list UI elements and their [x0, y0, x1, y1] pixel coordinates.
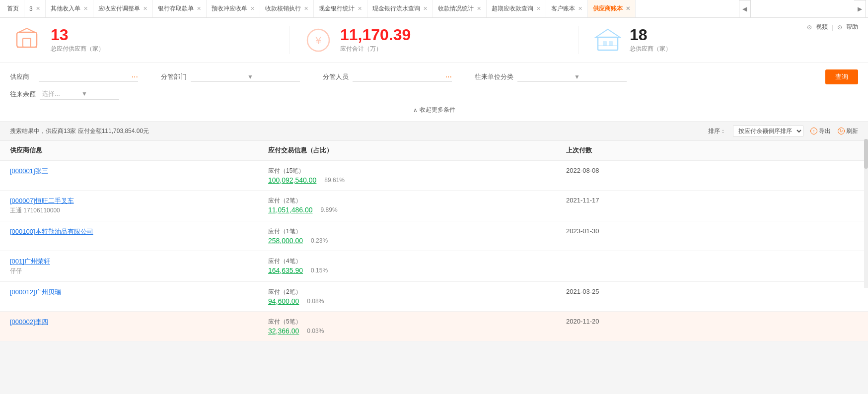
category-dropdown-arrow[interactable]: ▼	[572, 72, 627, 81]
filter-label-category: 往来单位分类	[475, 72, 513, 81]
filter-dept-select[interactable]: ▼	[191, 72, 300, 82]
nav-tab-cash-bank-stat-close[interactable]: ✕	[358, 5, 362, 12]
table-row: [001]广州荣轩 仔仔 应付（4笔） 164,635.90 0.15%	[0, 251, 868, 282]
trade-label: 应付（2笔）	[268, 288, 566, 296]
scrollbar-thumb[interactable]	[864, 139, 868, 169]
help-icon: ⊙	[837, 24, 842, 31]
filter-label-balance: 往来余额	[10, 90, 36, 99]
supplier-link[interactable]: [000007]恒旺二手叉车	[10, 197, 74, 204]
trade-info-cell: 应付（2笔） 11,051,486.00 9.89%	[268, 197, 566, 214]
dept-dropdown-arrow[interactable]: ▼	[245, 72, 300, 81]
nav-tab-payable-adjust[interactable]: 应收应付调整单 ✕	[93, 0, 153, 18]
divider: |	[832, 24, 833, 31]
filter-category-select[interactable]: ▼	[517, 72, 627, 82]
trade-amount-link[interactable]: 258,000.00	[268, 237, 303, 245]
stat-item-payable-suppliers: 13 总应付供应商（家）	[0, 26, 289, 54]
nav-tab-3[interactable]: 3 ✕	[24, 0, 46, 18]
store-icon	[594, 26, 622, 54]
supplier-cell: [000012]广州贝瑞	[10, 288, 268, 297]
balance-dropdown-arrow[interactable]: ▼	[79, 89, 119, 98]
supplier-cell: [000002]李四	[10, 318, 268, 327]
trade-label: 应付（2笔）	[268, 197, 566, 205]
nav-tab-supplier-account-close[interactable]: ✕	[626, 5, 630, 12]
trade-info-cell: 应付（5笔） 32,366.00 0.03%	[268, 318, 566, 335]
nav-next-arrow[interactable]: ▶	[854, 0, 866, 18]
supplier-link[interactable]: [000100]本特勒油品有限公司	[10, 228, 93, 235]
trade-label: 应付（5笔）	[268, 318, 566, 326]
trade-amount-link[interactable]: 100,092,540.00	[268, 176, 316, 184]
filter-balance-select[interactable]: 选择... ▼	[40, 88, 119, 100]
filter-balance-value: 选择...	[40, 88, 79, 99]
nav-tab-bank-deposit[interactable]: 银行存取款单 ✕	[153, 0, 207, 18]
supplier-link[interactable]: [000012]广州贝瑞	[10, 288, 61, 296]
filter-item-dept: 分管部门 ▼	[161, 72, 300, 82]
filter-person-input-wrapper[interactable]: ···	[353, 72, 452, 82]
table-row: [000001]张三 应付（15笔） 100,092,540.00 89.61%…	[0, 161, 868, 191]
nav-tab-other-income-close[interactable]: ✕	[83, 5, 88, 12]
trade-label: 应付（4笔）	[268, 257, 566, 265]
nav-tab-overdue-query[interactable]: 超期应收款查询 ✕	[487, 0, 546, 18]
filter-supplier-input[interactable]	[39, 72, 132, 81]
nav-tab-receipt-verify[interactable]: 收款核销执行 ✕	[260, 0, 314, 18]
filter-item-balance: 往来余额 选择... ▼	[10, 88, 119, 100]
nav-tab-supplier-account[interactable]: 供应商账本 ✕	[588, 0, 636, 18]
supplier-picker-icon[interactable]: ···	[132, 72, 138, 81]
nav-tab-receipt-verify-close[interactable]: ✕	[304, 5, 308, 12]
nav-tab-cash-bank-stat[interactable]: 现金银行统计 ✕	[314, 0, 367, 18]
svg-text:¥: ¥	[315, 34, 322, 47]
nav-tab-prepay-offset-close[interactable]: ✕	[250, 5, 255, 12]
stat-item-payable-total: ¥ 11,170.39 应付合计（万）	[289, 26, 579, 54]
sort-select[interactable]: 按应付余额倒序排序	[733, 126, 803, 136]
nav-tab-cash-bank-flow-close[interactable]: ✕	[423, 5, 428, 12]
nav-tab-payable-adjust-close[interactable]: ✕	[143, 5, 147, 12]
filter-supplier-input-wrapper[interactable]: ···	[39, 72, 138, 82]
trade-amount-link[interactable]: 32,366.00	[268, 327, 299, 335]
nav-tab-supplier-account-label: 供应商账本	[593, 4, 623, 13]
trade-amount-link[interactable]: 11,051,486.00	[268, 206, 313, 214]
last-payment-cell: 2022-08-08	[566, 167, 858, 174]
help-link[interactable]: 帮助	[846, 23, 858, 31]
trade-amount-link[interactable]: 94,600.00	[268, 297, 299, 305]
nav-tab-receipt-stat[interactable]: 收款情况统计 ✕	[433, 0, 487, 18]
nav-tab-customer-account[interactable]: 客户账本 ✕	[546, 0, 588, 18]
nav-tab-overdue-query-label: 超期应收款查询	[492, 4, 533, 13]
nav-tab-receipt-verify-label: 收款核销执行	[265, 4, 301, 13]
sort-label: 排序：	[708, 127, 726, 135]
trade-percent: 89.61%	[324, 177, 345, 184]
refresh-action[interactable]: ↻ 刷新	[838, 127, 858, 135]
trade-info-cell: 应付（1笔） 258,000.00 0.23%	[268, 227, 566, 245]
query-button[interactable]: 查询	[825, 69, 858, 84]
trade-label: 应付（1笔）	[268, 227, 566, 236]
supplier-link[interactable]: [000002]李四	[10, 318, 48, 326]
nav-tab-bank-deposit-label: 银行存取款单	[158, 4, 194, 13]
col-header-last-payment: 上次付数	[566, 146, 858, 155]
supplier-link[interactable]: [001]广州荣轩	[10, 258, 50, 265]
video-link[interactable]: 视频	[816, 23, 828, 31]
filter-person-input[interactable]	[353, 72, 445, 81]
stat-info-total-suppliers: 18 总供应商（家）	[630, 27, 671, 53]
svg-rect-10	[598, 45, 618, 46]
trade-info-cell: 应付（2笔） 94,600.00 0.08%	[268, 288, 566, 305]
stat-number-payable-suppliers: 13	[51, 27, 104, 43]
nav-tab-home[interactable]: 首页	[2, 0, 24, 18]
stat-info-payable-total: 11,170.39 应付合计（万）	[340, 27, 411, 53]
trade-amount-link[interactable]: 164,635.90	[268, 266, 303, 274]
nav-tab-customer-account-close[interactable]: ✕	[578, 5, 582, 12]
collapse-btn[interactable]: ∧ 收起更多条件	[404, 104, 464, 116]
table-body: [000001]张三 应付（15笔） 100,092,540.00 89.61%…	[0, 161, 868, 341]
filter-item-supplier: 供应商 ···	[10, 72, 138, 82]
scrollbar-track[interactable]	[864, 139, 868, 288]
nav-tab-other-income[interactable]: 其他收入单 ✕	[46, 0, 93, 18]
nav-tab-3-close[interactable]: ✕	[36, 5, 40, 12]
nav-prev-arrow[interactable]: ◀	[739, 0, 751, 18]
nav-tab-receipt-stat-label: 收款情况统计	[438, 4, 474, 13]
nav-tab-bank-deposit-close[interactable]: ✕	[197, 5, 201, 12]
person-picker-icon[interactable]: ···	[445, 72, 452, 81]
nav-tab-prepay-offset[interactable]: 预收冲应收单 ✕	[207, 0, 260, 18]
nav-tab-cash-bank-flow[interactable]: 现金银行流水查询 ✕	[367, 0, 433, 18]
nav-tab-receipt-stat-close[interactable]: ✕	[477, 5, 481, 12]
filter-area: 供应商 ··· 分管部门 ▼ 分管人员 ··· 往来单位分类	[0, 63, 868, 122]
nav-tab-overdue-query-close[interactable]: ✕	[536, 5, 541, 12]
export-action[interactable]: ↑ 导出	[810, 127, 831, 135]
supplier-link[interactable]: [000001]张三	[10, 167, 48, 175]
